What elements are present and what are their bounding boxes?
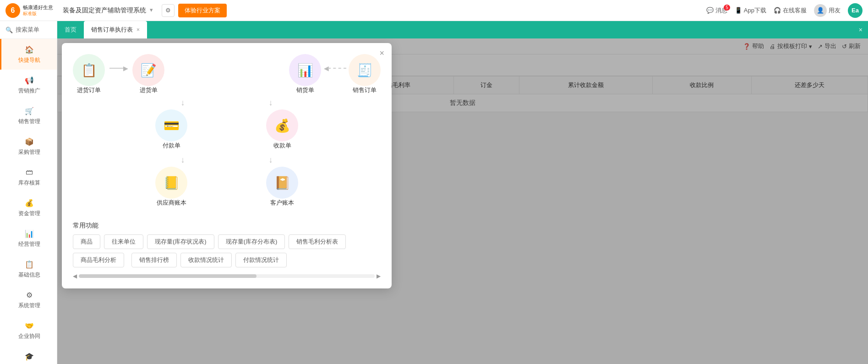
app-icon: 📱 <box>735 7 742 14</box>
quick-nav-modal: × 📋 进货订单 ▶ <box>62 43 392 288</box>
user-area[interactable]: 👤 用友 <box>814 4 841 17</box>
func-btn-sales-gross[interactable]: 销售毛利分析表 <box>289 234 346 249</box>
tab-home[interactable]: 首页 <box>57 21 84 38</box>
sidebar-item-enterprise[interactable]: 🤝 企业协同 <box>0 315 57 346</box>
flow-node-purchase-order[interactable]: 📋 进货订单 <box>73 54 105 94</box>
flow-node-supplier-ledger[interactable]: 📒 供应商账本 <box>155 167 187 207</box>
supplier-ledger-icon: 📒 <box>155 167 187 199</box>
app-download-button[interactable]: 📱 App下载 <box>735 6 766 15</box>
sidebar-item-finance[interactable]: 💰 资金管理 <box>0 192 57 223</box>
marketing-icon: 📢 <box>24 75 34 85</box>
title-dropdown-icon[interactable]: ▾ <box>150 6 158 15</box>
sidebar-label-operations: 经营管理 <box>18 240 40 248</box>
flow-row-2: 💳 付款单 💰 收款单 <box>73 109 381 150</box>
scrollbar-thumb <box>79 274 257 278</box>
payment-label: 付款单 <box>163 141 180 150</box>
tab-bar-close-icon[interactable]: × <box>859 26 863 33</box>
scrollbar-left-arrow[interactable]: ◀ <box>73 273 77 279</box>
common-functions: 常用功能 商品 往来单位 现存量(库存状况表) 现存量(库存分布表) 销售毛利分… <box>73 222 381 267</box>
modal-overlay[interactable]: × 📋 进货订单 ▶ <box>57 38 868 364</box>
tab-close-icon[interactable]: × <box>136 27 140 33</box>
sidebar-search[interactable]: 🔍 搜索菜单 <box>0 21 57 39</box>
sidebar-item-quick-nav[interactable]: 🏠 快捷导航 <box>0 39 57 70</box>
sidebar-label-finance: 资金管理 <box>18 210 40 217</box>
purchase-bill-label: 进货单 <box>140 86 158 94</box>
func-btn-contact[interactable]: 往来单位 <box>104 234 143 249</box>
sidebar-item-basic-info[interactable]: 📋 基础信息 <box>0 254 57 284</box>
inventory-icon: 🗃 <box>24 167 34 177</box>
sidebar-label-basic-info: 基础信息 <box>18 271 40 279</box>
search-icon: 🔍 <box>5 27 13 33</box>
flow-node-sales-bill[interactable]: 📊 销货单 <box>289 54 321 94</box>
header-right: 💬 消息 5 📱 App下载 🎧 在线客服 👤 用友 Ea <box>706 3 863 18</box>
settings-icon[interactable]: ⚙ <box>162 4 175 17</box>
sidebar-label-quick-nav: 快捷导航 <box>18 56 40 64</box>
customer-ledger-label: 客户账本 <box>270 199 294 207</box>
flow-node-payment[interactable]: 💳 付款单 <box>155 109 187 150</box>
sidebar-item-marketing[interactable]: 📢 营销推广 <box>0 70 57 100</box>
user-name: 用友 <box>829 6 841 15</box>
support-label: 在线客服 <box>783 6 807 15</box>
purchase-icon: 📦 <box>24 136 34 147</box>
receipt-label: 收款单 <box>273 141 291 150</box>
quick-nav-icon: 🏠 <box>24 44 34 54</box>
flow-node-receipt[interactable]: 💰 收款单 <box>266 109 298 150</box>
sidebar-label-system: 系统管理 <box>18 302 40 310</box>
func-btn-receipt-stats[interactable]: 收款情况统计 <box>180 253 232 267</box>
tab-bar: 首页 销售订单执行表 × × <box>57 21 868 38</box>
flow-node-customer-ledger[interactable]: 📔 客户账本 <box>266 167 298 207</box>
experience-button[interactable]: 体验行业方案 <box>178 4 227 17</box>
scrollbar-track[interactable] <box>79 274 375 278</box>
sales-order-icon: 🧾 <box>349 54 381 86</box>
basic-info-icon: 📋 <box>24 259 34 269</box>
content-area: 首页 销售订单执行表 × × ❓ 帮助 🖨 按模板打印 ▾ <box>57 21 868 364</box>
purchase-order-label: 进货订单 <box>77 86 101 94</box>
flow-row-3: 📒 供应商账本 📔 客户账本 <box>73 167 381 207</box>
func-btn-stock-dist[interactable]: 现存量(库存分布表) <box>218 234 285 249</box>
func-btn-product-gross[interactable]: 商品毛利分析 <box>73 253 124 267</box>
newbie-icon: 🎓 <box>24 351 34 361</box>
arrow-sales-dashed: ◀ <box>321 65 349 84</box>
purchase-order-icon: 📋 <box>73 54 105 86</box>
logo-icon: 6 <box>5 3 20 18</box>
support-icon: 🎧 <box>774 7 781 14</box>
sidebar-item-purchase[interactable]: 📦 采购管理 <box>0 131 57 162</box>
logo-area: 6 畅康通好生意 标准版 <box>5 3 63 18</box>
supplier-ledger-label: 供应商账本 <box>157 199 186 207</box>
sidebar-item-operations[interactable]: 📊 经营管理 <box>0 223 57 254</box>
flow-node-purchase-bill[interactable]: 📝 进货单 <box>132 54 164 94</box>
ea-avatar: Ea <box>848 3 863 18</box>
top-header: 6 畅康通好生意 标准版 装备及固定资产辅助管理系统 ▾ ⚙ 体验行业方案 💬 … <box>0 0 868 21</box>
func-btn-product[interactable]: 商品 <box>73 234 100 249</box>
func-btn-payment-stats[interactable]: 付款情况统计 <box>235 253 287 267</box>
message-icon: 💬 <box>706 7 714 14</box>
sidebar-item-system[interactable]: ⚙ 系统管理 <box>0 284 57 315</box>
user-avatar: 👤 <box>814 4 827 17</box>
finance-icon: 💰 <box>24 198 34 208</box>
flow-node-sales-order[interactable]: 🧾 销售订单 <box>349 54 381 94</box>
payment-icon: 💳 <box>155 109 187 141</box>
flow-row-1: 📋 进货订单 ▶ 📝 进货单 <box>73 54 381 94</box>
func-btn-stock-status[interactable]: 现存量(库存状况表) <box>147 234 214 249</box>
sales-bill-icon: 📊 <box>289 54 321 86</box>
sidebar-item-inventory[interactable]: 🗃 库存核算 <box>0 162 57 192</box>
sidebar-label-marketing: 营销推广 <box>18 87 40 95</box>
message-button[interactable]: 💬 消息 5 <box>706 6 727 15</box>
sidebar-item-newbie[interactable]: 🎓 新手引导 <box>0 346 57 364</box>
system-title-area: 装备及固定资产辅助管理系统 ▾ ⚙ 体验行业方案 <box>63 4 706 17</box>
customer-ledger-icon: 📔 <box>266 167 298 199</box>
sidebar-label-purchase: 采购管理 <box>18 148 40 156</box>
tab-sales-order-label: 销售订单执行表 <box>91 26 133 34</box>
system-icon: ⚙ <box>24 290 34 300</box>
tab-sales-order-exec[interactable]: 销售订单执行表 × <box>84 21 147 38</box>
logo-line2: 标准版 <box>23 11 53 16</box>
receipt-icon: 💰 <box>266 109 298 141</box>
modal-close-button[interactable]: × <box>379 49 384 58</box>
app-label: App下载 <box>744 6 766 15</box>
scrollbar-right-arrow[interactable]: ▶ <box>377 273 381 279</box>
common-functions-title: 常用功能 <box>73 222 381 230</box>
online-support-button[interactable]: 🎧 在线客服 <box>774 6 807 15</box>
sidebar-item-sales[interactable]: 🛒 销售管理 <box>0 100 57 131</box>
operations-icon: 📊 <box>24 228 34 239</box>
func-btn-sales-rank[interactable]: 销售排行榜 <box>131 253 177 267</box>
